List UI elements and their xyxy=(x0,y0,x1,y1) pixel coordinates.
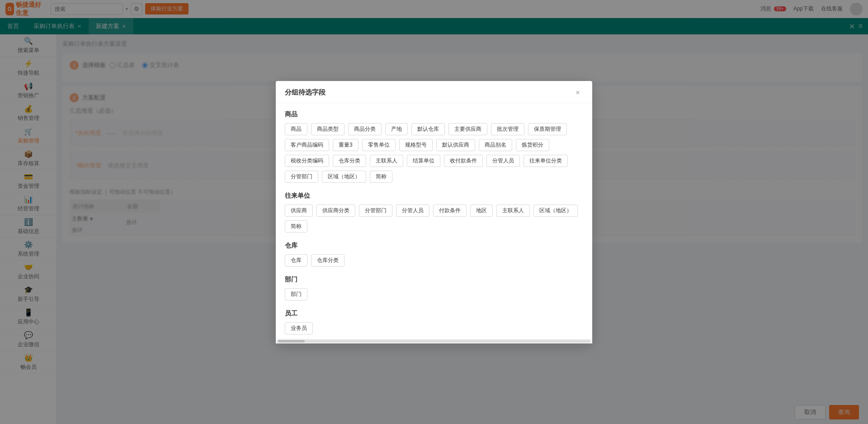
field-tag[interactable]: 默认供应商 xyxy=(436,139,475,151)
field-tag[interactable]: 零售单位 xyxy=(362,139,396,151)
modal-title: 分组待选字段 xyxy=(285,88,326,97)
field-tag[interactable]: 区域（地区） xyxy=(322,171,366,183)
field-tag[interactable]: 结算单位 xyxy=(407,155,440,167)
field-tag[interactable]: 税收分类编码 xyxy=(285,155,329,167)
field-tag[interactable]: 部门 xyxy=(285,288,307,300)
modal-close-button[interactable]: × xyxy=(572,87,583,98)
field-tag[interactable]: 简称 xyxy=(285,220,307,233)
field-tag[interactable]: 主联系人 xyxy=(496,205,530,217)
field-tag[interactable]: 批次管理 xyxy=(491,123,524,135)
modal-overlay: 分组待选字段 × 商品 商品 商品类型 商品分类 产地 默认仓库 主要供应商 批… xyxy=(0,0,868,424)
field-tag[interactable]: 供应商 xyxy=(285,205,313,217)
field-tag[interactable]: 仓库 xyxy=(285,254,307,267)
modal-header: 分组待选字段 × xyxy=(276,81,592,103)
field-tags-department: 部门 xyxy=(285,288,583,300)
field-tag[interactable]: 规格型号 xyxy=(399,139,433,151)
field-tag[interactable]: 分管部门 xyxy=(285,171,318,183)
field-group-title-employee: 员工 xyxy=(285,310,583,318)
field-tags-partner: 供应商 供应商分类 分管部门 分管人员 付款条件 地区 主联系人 区域（地区） … xyxy=(285,205,583,233)
field-group-department: 部门 部门 xyxy=(285,276,583,300)
field-tags-goods: 商品 商品类型 商品分类 产地 默认仓库 主要供应商 批次管理 保质期管理 客户… xyxy=(285,123,583,183)
field-tag[interactable]: 分管部门 xyxy=(359,205,392,217)
modal-body: 商品 商品 商品类型 商品分类 产地 默认仓库 主要供应商 批次管理 保质期管理… xyxy=(276,103,592,339)
field-tag[interactable]: 区域（地区） xyxy=(533,205,578,217)
field-group-title-warehouse: 仓库 xyxy=(285,242,583,250)
field-tags-warehouse: 仓库 仓库分类 xyxy=(285,254,583,267)
field-tag[interactable]: 简称 xyxy=(370,171,392,183)
field-group-partner: 往来单位 供应商 供应商分类 分管部门 分管人员 付款条件 地区 主联系人 区域… xyxy=(285,192,583,233)
field-tag[interactable]: 供应商分类 xyxy=(316,205,355,217)
modal-horizontal-scrollbar[interactable] xyxy=(276,339,592,343)
field-group-title-goods: 商品 xyxy=(285,110,583,119)
field-tag[interactable]: 业务员 xyxy=(285,322,313,334)
field-tag[interactable]: 客户商品编码 xyxy=(285,139,329,151)
field-tag[interactable]: 重量3 xyxy=(333,139,359,151)
field-tag[interactable]: 主联系人 xyxy=(370,155,403,167)
field-group-employee: 员工 业务员 xyxy=(285,310,583,334)
field-group-title-partner: 往来单位 xyxy=(285,192,583,200)
field-tag[interactable]: 商品 xyxy=(285,123,307,135)
hscroll-thumb xyxy=(278,340,305,343)
field-tag[interactable]: 仓库分类 xyxy=(333,155,366,167)
field-group-warehouse: 仓库 仓库 仓库分类 xyxy=(285,242,583,267)
field-tags-employee: 业务员 xyxy=(285,322,583,334)
field-tag[interactable]: 地区 xyxy=(470,205,493,217)
field-tag[interactable]: 保质期管理 xyxy=(528,123,567,135)
hscroll-track xyxy=(278,340,590,343)
field-tag[interactable]: 仓库分类 xyxy=(311,254,344,267)
field-tag[interactable]: 商品类型 xyxy=(311,123,344,135)
field-tag[interactable]: 收付款条件 xyxy=(444,155,483,167)
field-tag[interactable]: 付款条件 xyxy=(433,205,467,217)
field-tag[interactable]: 默认仓库 xyxy=(411,123,445,135)
field-group-title-department: 部门 xyxy=(285,276,583,284)
field-tag[interactable]: 炼货积分 xyxy=(516,139,549,151)
field-tag[interactable]: 往来单位分类 xyxy=(524,155,568,167)
field-tag[interactable]: 分管人员 xyxy=(396,205,429,217)
field-tag[interactable]: 产地 xyxy=(385,123,408,135)
field-tag[interactable]: 分管人员 xyxy=(486,155,520,167)
field-group-goods: 商品 商品 商品类型 商品分类 产地 默认仓库 主要供应商 批次管理 保质期管理… xyxy=(285,110,583,183)
field-select-modal: 分组待选字段 × 商品 商品 商品类型 商品分类 产地 默认仓库 主要供应商 批… xyxy=(276,81,592,343)
field-tag[interactable]: 主要供应商 xyxy=(448,123,487,135)
field-tag[interactable]: 商品别名 xyxy=(479,139,512,151)
field-tag[interactable]: 商品分类 xyxy=(348,123,382,135)
